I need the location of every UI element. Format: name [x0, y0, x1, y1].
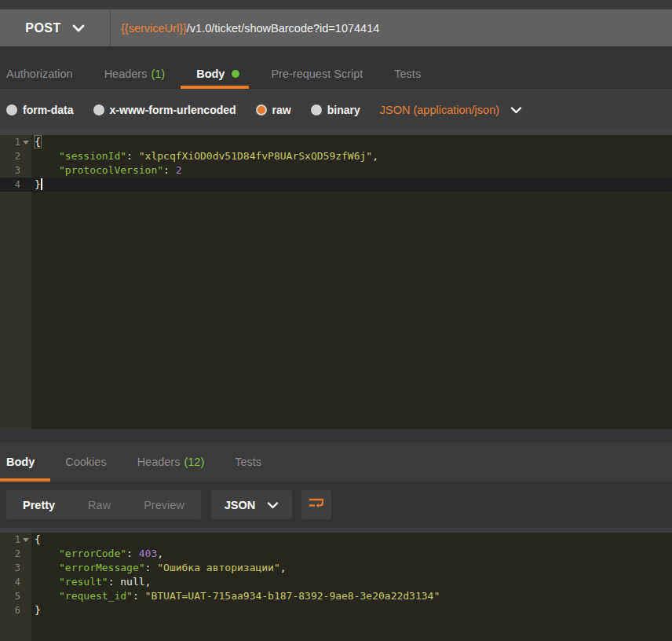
- response-tab-headers[interactable]: Headers (12): [137, 442, 205, 482]
- wrap-text-icon: [307, 494, 326, 516]
- url-path: /v1.0/ticket/showBarcode?id=1074414: [187, 22, 379, 35]
- response-headers-count-badge: (12): [184, 456, 204, 468]
- tab-pre-request-script[interactable]: Pre-request Script: [271, 59, 363, 89]
- request-tabs: Authorization Headers (1) Body Pre-reque…: [0, 59, 672, 89]
- fold-arrow-icon[interactable]: [20, 538, 31, 542]
- spacer: [0, 46, 672, 59]
- body-type-form-data[interactable]: form-data: [6, 104, 74, 116]
- view-preview-button[interactable]: Preview: [127, 490, 201, 519]
- code-line: 1 {: [0, 135, 672, 149]
- view-pretty-button[interactable]: Pretty: [6, 490, 71, 519]
- code-line: 5 "request_id": "BTUAT=UAT-715aa934-b187…: [0, 589, 672, 603]
- radio-icon[interactable]: [93, 104, 104, 115]
- code-line: 3 "errorMessage": "Ошибка авторизации",: [0, 561, 672, 575]
- url-environment-variable: {{serviceUrl}}: [121, 22, 187, 35]
- code-line: 2 "sessionId": "xlpcqfXiOD0dv51D84fvP8UA…: [0, 149, 672, 163]
- tab-headers[interactable]: Headers (1): [104, 59, 166, 89]
- chevron-down-icon: [267, 498, 279, 512]
- request-url-bar: POST {{serviceUrl}}/v1.0/ticket/showBarc…: [0, 9, 672, 46]
- response-toolbar: Pretty Raw Preview JSON: [0, 482, 672, 528]
- response-view-switch: Pretty Raw Preview: [6, 490, 201, 519]
- radio-selected-icon[interactable]: [256, 104, 267, 115]
- code-line: 2 "errorCode": 403,: [0, 547, 672, 561]
- body-type-x-www-form-urlencoded[interactable]: x-www-form-urlencoded: [93, 104, 236, 116]
- tab-tests[interactable]: Tests: [394, 59, 421, 89]
- http-method-value: POST: [25, 21, 61, 35]
- request-body-editor[interactable]: 1 { 2 "sessionId": "xlpcqfXiOD0dv51D84fv…: [0, 135, 672, 429]
- code-line: 6 }: [0, 603, 672, 617]
- code-line: 1 {: [0, 533, 672, 547]
- url-input[interactable]: {{serviceUrl}}/v1.0/ticket/showBarcode?i…: [111, 9, 672, 46]
- body-type-row: form-data x-www-form-urlencoded raw bina…: [0, 89, 672, 131]
- body-filled-dot: [232, 70, 239, 78]
- top-strip: [0, 0, 672, 9]
- body-type-binary[interactable]: binary: [311, 104, 360, 116]
- response-body-editor[interactable]: 1 { 2 "errorCode": 403, 3 "errorMessage"…: [0, 533, 672, 641]
- response-format-select[interactable]: JSON: [211, 490, 293, 519]
- response-tab-body[interactable]: Body: [6, 442, 35, 482]
- response-tab-tests[interactable]: Tests: [235, 442, 261, 482]
- content-type-select[interactable]: JSON (application/json): [380, 103, 522, 117]
- wrap-text-button[interactable]: [301, 490, 331, 519]
- tab-body[interactable]: Body: [196, 59, 239, 89]
- view-raw-button[interactable]: Raw: [71, 490, 127, 519]
- code-line-active: 4 }: [0, 178, 672, 192]
- postman-window: POST {{serviceUrl}}/v1.0/ticket/showBarc…: [0, 0, 672, 641]
- code-line: 4 "result": null,: [0, 575, 672, 589]
- headers-count-badge: (1): [151, 68, 165, 80]
- radio-icon[interactable]: [311, 104, 322, 115]
- chevron-down-icon: [72, 21, 85, 35]
- text-cursor: [41, 178, 42, 190]
- radio-icon[interactable]: [6, 104, 17, 115]
- code-line: 3 "protocolVersion": 2: [0, 163, 672, 178]
- response-tabs: Body Cookies Headers (12) Tests: [0, 442, 672, 482]
- tab-authorization[interactable]: Authorization: [6, 59, 73, 89]
- response-tab-cookies[interactable]: Cookies: [65, 442, 106, 482]
- body-type-raw[interactable]: raw: [256, 104, 291, 116]
- section-divider: [0, 429, 672, 442]
- fold-arrow-icon[interactable]: [20, 141, 31, 145]
- chevron-down-icon: [510, 103, 522, 117]
- http-method-select[interactable]: POST: [0, 9, 111, 46]
